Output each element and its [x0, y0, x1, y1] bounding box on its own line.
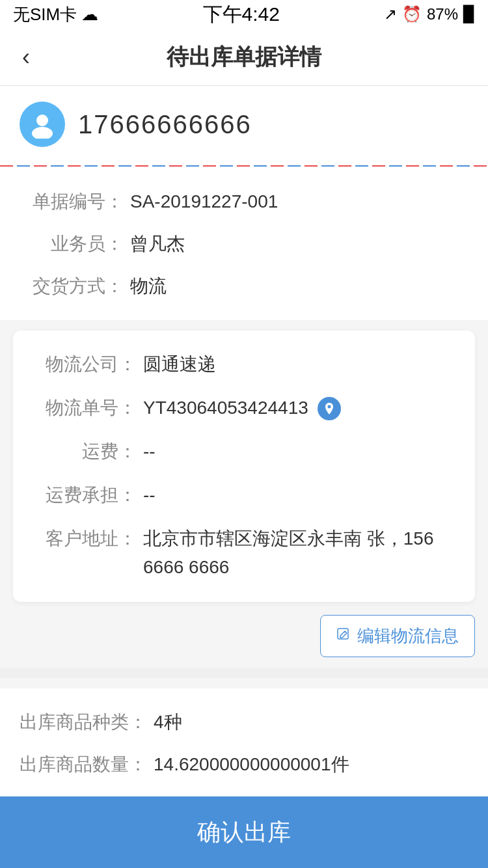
customer-address-value: 北京市市辖区海淀区永丰南 张，156 6666 6666	[137, 524, 455, 583]
logistics-card: 物流公司： 圆通速递 物流单号： YT43064053424413 运费： --…	[13, 331, 475, 602]
edit-logistics-button[interactable]: 编辑物流信息	[320, 615, 475, 657]
edit-icon	[336, 626, 351, 646]
avatar	[20, 102, 65, 147]
logistics-tracking-label: 物流单号：	[33, 394, 137, 423]
logistics-company-label: 物流公司：	[33, 350, 137, 379]
page-content: 17666666666 单据编号： SA-20191227-001 业务员： 曾…	[0, 86, 488, 868]
salesman-row: 业务员： 曾凡杰	[20, 230, 468, 259]
salesman-value: 曾凡杰	[124, 230, 468, 259]
nav-bar: ‹ 待出库单据详情	[0, 29, 488, 86]
location-pin-icon[interactable]	[318, 397, 341, 420]
logistics-tracking-value: YT43064053424413	[137, 394, 455, 423]
confirm-btn-label: 确认出库	[197, 817, 291, 848]
status-bar: 无SIM卡 ☁ 下午4:42 ↗ ⏰ 87% ▉	[0, 0, 488, 29]
goods-quantity-value: 14.620000000000001件	[147, 750, 468, 780]
delivery-method-value: 物流	[124, 272, 468, 301]
status-time: 下午4:42	[203, 1, 280, 28]
edit-logistics-btn-row: 编辑物流信息	[13, 615, 475, 657]
customer-address-row: 客户地址： 北京市市辖区海淀区永丰南 张，156 6666 6666	[33, 524, 455, 583]
doc-number-value: SA-20191227-001	[124, 187, 468, 217]
sim-status: 无SIM卡 ☁	[13, 3, 98, 26]
freight-row: 运费： --	[33, 437, 455, 467]
alarm-icon: ⏰	[402, 5, 422, 23]
goods-type-label: 出库商品种类：	[20, 708, 147, 737]
svg-point-1	[32, 127, 53, 139]
battery-icon: ▉	[463, 5, 475, 23]
freight-bearer-label: 运费承担：	[33, 481, 137, 510]
goods-quantity-label: 出库商品数量：	[20, 750, 147, 780]
doc-number-row: 单据编号： SA-20191227-001	[20, 187, 468, 217]
battery-status: 87%	[427, 5, 458, 23]
tracking-number-text: YT43064053424413	[143, 394, 308, 423]
edit-logistics-btn-label: 编辑物流信息	[357, 625, 459, 647]
goods-quantity-row: 出库商品数量： 14.620000000000001件	[20, 750, 468, 780]
doc-number-label: 单据编号：	[20, 187, 124, 217]
delivery-method-row: 交货方式： 物流	[20, 272, 468, 301]
status-right: ↗ ⏰ 87% ▉	[384, 5, 475, 23]
logistics-company-row: 物流公司： 圆通速递	[33, 350, 455, 379]
user-phone: 17666666666	[78, 110, 252, 139]
back-button[interactable]: ‹	[16, 37, 36, 77]
salesman-label: 业务员：	[20, 230, 124, 259]
goods-type-row: 出库商品种类： 4种	[20, 708, 468, 737]
status-left: 无SIM卡 ☁	[13, 3, 98, 26]
location-icon: ↗	[384, 5, 397, 23]
svg-point-0	[36, 115, 48, 126]
logistics-company-value: 圆通速递	[137, 350, 455, 379]
freight-bearer-row: 运费承担： --	[33, 481, 455, 510]
dashed-divider	[0, 163, 488, 168]
logistics-tracking-row: 物流单号： YT43064053424413	[33, 394, 455, 423]
goods-section: 出库商品种类： 4种 出库商品数量： 14.620000000000001件	[0, 688, 488, 799]
freight-label: 运费：	[33, 437, 137, 467]
user-header: 17666666666	[0, 86, 488, 163]
page-title: 待出库单据详情	[167, 42, 321, 72]
gray-divider	[0, 668, 488, 678]
confirm-outbound-button[interactable]: 确认出库	[0, 796, 488, 868]
freight-value: --	[137, 437, 455, 467]
basic-info-section: 单据编号： SA-20191227-001 业务员： 曾凡杰 交货方式： 物流	[0, 168, 488, 320]
freight-bearer-value: --	[137, 481, 455, 510]
customer-address-label: 客户地址：	[33, 524, 137, 554]
delivery-method-label: 交货方式：	[20, 272, 124, 301]
goods-type-value: 4种	[147, 708, 468, 737]
